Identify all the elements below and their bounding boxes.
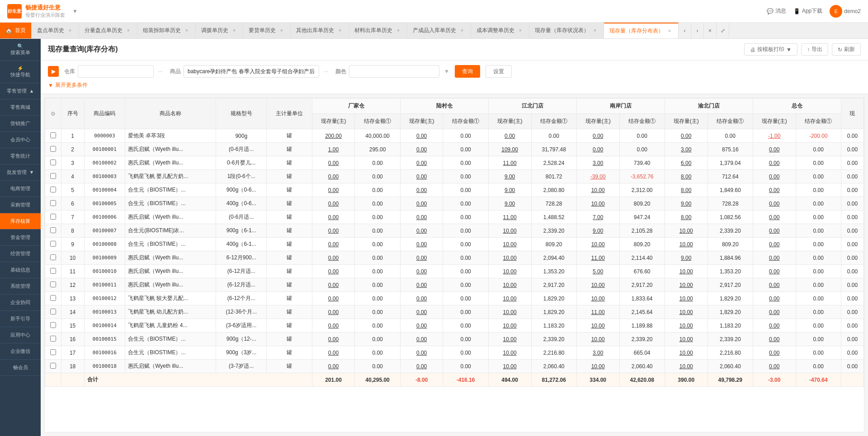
close-tab-2[interactable]: × [125,28,132,34]
page-title: 现存量查询(库存分布) [48,45,118,54]
tab-1[interactable]: 盘点单历史 × [32,23,79,39]
row-check[interactable] [45,129,61,143]
sidebar-item-purchase[interactable]: 采购管理 [0,197,41,213]
tab-close-all[interactable]: × [704,23,717,39]
goods-input[interactable] [184,65,319,78]
table-row: 1 0000003 爱他美 卓萃3段 900g 罐 200.00 40,000.… [45,129,864,143]
dropdown-arrow[interactable]: ▼ [72,8,78,14]
sidebar-item-retail-shop[interactable]: 零售商城 [0,99,41,116]
row-check[interactable] [45,170,61,183]
close-tab-11[interactable]: × [666,28,673,34]
row-check[interactable] [45,197,61,211]
sidebar-item-appcenter[interactable]: 应用中心 [0,327,41,343]
tab-expand[interactable]: ⤢ [717,23,729,39]
row-check[interactable] [45,278,61,292]
tab-9[interactable]: 成本调整单历史 × [471,23,529,39]
row-check[interactable] [45,224,61,238]
toggle-filter-btn[interactable]: ▶ [48,66,59,77]
color-filter: 颜色 ▼ [335,65,449,78]
tab-5[interactable]: 要货单历史 × [243,23,291,39]
sidebar-item-guide[interactable]: 新手引导 [0,311,41,327]
table-row: 8 00100007 合生元(BIOSTIME)浓... 900g（6-1...… [45,224,864,238]
print-button[interactable]: 🖨 按模板打印 ▼ [744,43,797,56]
sidebar-item-marketing[interactable]: 营销推广 [0,116,41,132]
tab-6[interactable]: 其他出库单历史 × [291,23,349,39]
user-menu[interactable]: E demo2 [830,5,861,18]
close-tab-5[interactable]: × [278,28,285,34]
refresh-button[interactable]: ↻ 刷新 [832,43,861,56]
warehouse-filter: 仓库 ··· [64,65,165,78]
tab-10[interactable]: 现存量（库存状况表） × [529,23,604,39]
row-check[interactable] [45,156,61,170]
close-tab-6[interactable]: × [337,28,343,34]
close-tab-8[interactable]: × [459,28,465,34]
sidebar-item-retail[interactable]: 零售管理 ▲ [0,83,41,99]
sidebar-item-basic[interactable]: 基础信息 [0,262,41,278]
avatar: E [830,5,842,18]
close-tab-1[interactable]: × [67,28,73,34]
close-tab-10[interactable]: × [592,28,598,34]
tab-11[interactable]: 现存量（库存分布表） × [604,23,679,39]
sidebar-item-system[interactable]: 系统管理 [0,278,41,295]
gear-icon[interactable]: ⚙ [51,111,56,117]
app-download-btn[interactable]: 📱 App下载 [793,7,822,15]
row-check[interactable] [45,238,61,251]
close-tab-9[interactable]: × [517,28,524,34]
tab-3[interactable]: 组装拆卸单历史 × [137,23,196,39]
tab-8[interactable]: 产成品入库单历史 × [407,23,471,39]
message-btn[interactable]: 💬 消息 [767,7,786,15]
table-row: 17 00100016 合生元（BIOSTIME）... 900g（3岁... … [45,346,864,360]
setting-button[interactable]: 设置 [486,65,512,78]
search-button[interactable]: 查询 [455,65,480,78]
row-check[interactable] [45,183,61,197]
warehouse-dots-btn[interactable]: ··· [156,68,165,75]
warehouse-label: 仓库 [64,68,75,75]
close-tab-7[interactable]: × [395,28,401,34]
sidebar-item-quick[interactable]: ⚡ 快捷导航 [0,61,41,83]
table-row: 7 00100006 惠氏启赋（Wyeth illu... (0-6月适... … [45,211,864,224]
sidebar-item-search[interactable]: 🔍 搜索英单 [0,39,41,61]
sidebar-item-wholesale[interactable]: 批发管理 ▼ [0,164,41,181]
tab-bar: 🏠 首页 盘点单历史 × 分量盘点单历史 × 组装拆卸单历史 × 调拨单历史 ×… [0,23,868,39]
close-tab-3[interactable]: × [184,28,190,34]
sidebar-item-wechat[interactable]: 企业微信 [0,343,41,360]
col-lc-amt: 结存金额① [443,114,488,129]
tab-home[interactable]: 🏠 首页 [0,23,32,39]
color-dropdown-icon[interactable]: ▼ [444,68,449,75]
sidebar-item-inventory[interactable]: 库存核算 [0,213,41,230]
row-check[interactable] [45,305,61,319]
tab-prev[interactable]: ‹ [679,23,691,39]
export-button[interactable]: ↑ 导出 [801,43,828,56]
row-check[interactable] [45,319,61,333]
sidebar-item-enterprise[interactable]: 企业协同 [0,295,41,311]
tab-next[interactable]: › [691,23,704,39]
col-group-fj: 厂家仓 [312,98,400,114]
sidebar-item-ecommerce[interactable]: 电商管理 [0,181,41,197]
sidebar-item-retail-stats[interactable]: 零售统计 [0,148,41,164]
col-group-yb: 渝北门店 [665,98,753,114]
row-check[interactable] [45,346,61,360]
tab-4[interactable]: 调拨单历史 × [196,23,243,39]
sidebar-item-member[interactable]: 会员中心 [0,132,41,148]
sidebar-item-operation[interactable]: 经营管理 [0,246,41,262]
row-check[interactable] [45,333,61,346]
tab-7[interactable]: 材料出库单历史 × [349,23,407,39]
print-dropdown-icon: ▼ [786,47,792,53]
export-icon: ↑ [807,47,810,53]
goods-filter: 商品 ··· [170,65,330,78]
tab-2[interactable]: 分量盘点单历史 × [79,23,137,39]
goods-dots-btn[interactable]: ··· [322,68,330,75]
sidebar-item-vip[interactable]: 畅会员 [0,360,41,376]
sidebar-item-finance[interactable]: 资金管理 [0,230,41,246]
row-check[interactable] [45,251,61,265]
close-tab-4[interactable]: × [231,28,237,34]
row-check[interactable] [45,265,61,278]
row-check[interactable] [45,292,61,305]
row-check[interactable] [45,360,61,373]
expand-conditions-btn[interactable]: ▼ 展开更多条件 [48,81,861,89]
row-check[interactable] [45,211,61,224]
table-row: 5 00100004 合生元（BIOSTIME）... 900g（0-6... … [45,183,864,197]
row-check[interactable] [45,143,61,156]
warehouse-input[interactable] [78,65,154,78]
color-input[interactable] [349,65,439,78]
